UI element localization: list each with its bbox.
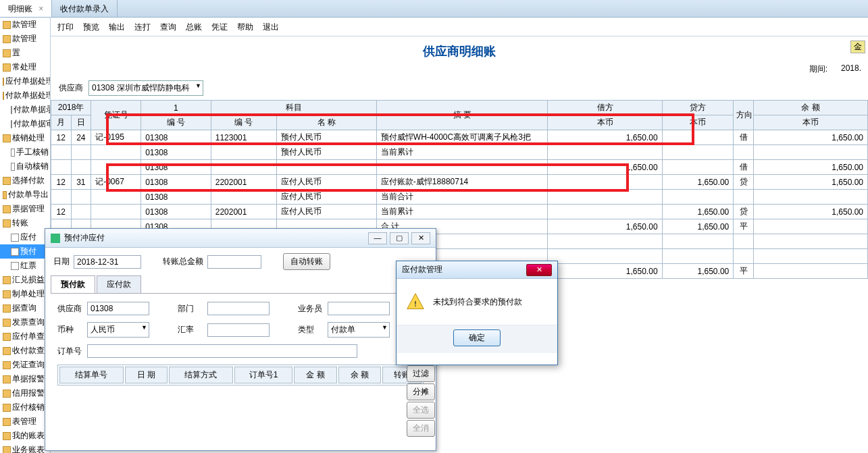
tree-item[interactable]: 凭证查询 bbox=[0, 358, 50, 372]
menu-exit[interactable]: 退出 bbox=[263, 22, 279, 32]
rate-input[interactable] bbox=[207, 323, 270, 337]
tree-item[interactable]: 收付款查 bbox=[0, 344, 50, 358]
chevron-down-icon: ▼ bbox=[382, 324, 388, 331]
menu-preview[interactable]: 预览 bbox=[83, 22, 99, 32]
menu-export[interactable]: 输出 bbox=[109, 22, 125, 32]
tab-detail-ledger[interactable]: 明细账 × bbox=[0, 0, 52, 17]
menu-query[interactable]: 查询 bbox=[160, 22, 176, 32]
close-button[interactable]: ✕ bbox=[526, 264, 552, 276]
supplier-select[interactable]: 01308 深圳市威悍防静电科 ▼ bbox=[88, 80, 203, 96]
currency-select[interactable]: 人民币▼ bbox=[87, 322, 149, 338]
msgbox-text: 未找到符合要求的预付款 bbox=[433, 296, 522, 308]
tree-item-label: 单据报警 bbox=[12, 373, 45, 385]
menu-help[interactable]: 帮助 bbox=[237, 22, 253, 32]
tree-item[interactable]: 付款单导出 bbox=[0, 188, 50, 202]
select-all-button[interactable]: 全选 bbox=[407, 402, 435, 419]
tree-item-label: 信用报警 bbox=[12, 388, 45, 399]
folder-icon bbox=[3, 35, 11, 43]
tree-item-label: 凭证查询 bbox=[12, 359, 45, 371]
tree-item[interactable]: 转账 bbox=[0, 216, 50, 230]
maximize-button[interactable]: ▢ bbox=[390, 232, 409, 244]
tree-item[interactable]: 红票 bbox=[0, 259, 50, 273]
folder-icon bbox=[3, 404, 11, 412]
tab-prepayment[interactable]: 预付款 bbox=[51, 275, 95, 293]
minimize-button[interactable]: — bbox=[368, 232, 387, 244]
folder-icon bbox=[3, 92, 4, 100]
menu-print[interactable]: 打印 bbox=[57, 22, 74, 32]
tree-item[interactable]: 自动核销 bbox=[0, 159, 50, 174]
tree-item[interactable]: 付款单据处理 bbox=[0, 88, 50, 103]
tree-item[interactable]: 汇兑损益 bbox=[0, 273, 50, 287]
tree-item[interactable]: 预付 bbox=[0, 244, 50, 259]
file-icon bbox=[11, 234, 19, 242]
currency-label: 币种 bbox=[57, 324, 83, 336]
table-row[interactable]: 01308应付人民币当前合计 bbox=[51, 190, 868, 205]
tree-item[interactable]: 应付 bbox=[0, 230, 50, 244]
tree-item[interactable]: 款管理 bbox=[0, 32, 50, 46]
close-icon[interactable]: × bbox=[39, 4, 43, 14]
total-input[interactable] bbox=[207, 255, 261, 269]
auto-transfer-button[interactable]: 自动转账 bbox=[283, 253, 330, 270]
menu-voucher[interactable]: 凭证 bbox=[211, 22, 228, 32]
order-input[interactable] bbox=[87, 344, 357, 358]
tree-item[interactable]: 常处理 bbox=[0, 60, 50, 74]
tree-item[interactable]: 付款单据录入 bbox=[0, 103, 50, 117]
tab-receipt-entry[interactable]: 收付款单录入 bbox=[52, 0, 118, 17]
filter-button[interactable]: 过滤 bbox=[407, 365, 435, 382]
tree-item[interactable]: 信用报警 bbox=[0, 386, 50, 400]
nav-tree[interactable]: 款管理款管理置常处理应付单据处理付款单据处理付款单据录入付款单据审核核销处理手工… bbox=[0, 18, 51, 453]
tab-label: 收付款单录入 bbox=[60, 4, 109, 14]
tree-item-label: 业务账表 bbox=[12, 444, 45, 453]
table-row[interactable]: 1231记-0067013082202001应付人民币应付账款-威悍188807… bbox=[51, 175, 868, 190]
tree-item[interactable]: 票据管理 bbox=[0, 202, 50, 216]
folder-icon bbox=[3, 432, 11, 440]
tree-item[interactable]: 我的账表 bbox=[0, 429, 50, 443]
table-row[interactable]: 013081,650.00借1,650.00 bbox=[51, 160, 868, 175]
folder-icon bbox=[3, 219, 11, 228]
tree-item[interactable]: 置 bbox=[0, 46, 50, 60]
tree-item[interactable]: 业务账表 bbox=[0, 443, 50, 453]
tree-item[interactable]: 付款单据审核 bbox=[0, 117, 50, 131]
tree-item[interactable]: 应付单查 bbox=[0, 329, 50, 344]
folder-icon bbox=[3, 319, 11, 327]
th-balance: 余 额 bbox=[753, 101, 867, 115]
date-label: 日期 bbox=[53, 256, 70, 267]
table-row[interactable]: 1224记-0195013081123001预付人民币预付威悍WH-4000C高… bbox=[51, 130, 868, 145]
allocate-button[interactable]: 分摊 bbox=[407, 383, 435, 400]
type-select[interactable]: 付款单▼ bbox=[328, 322, 390, 338]
menu-general-ledger[interactable]: 总账 bbox=[186, 22, 202, 32]
tree-item[interactable]: 应付单据处理 bbox=[0, 74, 50, 88]
type-label: 类型 bbox=[298, 324, 324, 336]
gh-date: 日 期 bbox=[125, 367, 168, 383]
tree-item-label: 核销处理 bbox=[12, 132, 45, 144]
th-local: 本币 bbox=[548, 115, 662, 130]
tree-item[interactable]: 据查询 bbox=[0, 301, 50, 315]
dept-input[interactable] bbox=[207, 302, 270, 315]
tree-item[interactable]: 发票查询 bbox=[0, 315, 50, 329]
th-direction: 方向 bbox=[734, 101, 754, 130]
tree-item[interactable]: 款管理 bbox=[0, 18, 50, 32]
ok-button[interactable]: 确定 bbox=[453, 329, 501, 346]
menu-batch-print[interactable]: 连打 bbox=[134, 22, 151, 32]
close-button[interactable]: ✕ bbox=[411, 232, 430, 244]
tab-payable[interactable]: 应付款 bbox=[97, 275, 141, 293]
dlg-supplier-input[interactable] bbox=[87, 302, 149, 315]
tree-item[interactable]: 应付核销 bbox=[0, 400, 50, 415]
tree-item[interactable]: 手工核销 bbox=[0, 145, 50, 159]
dlg-sub-grid: 结算单号 日 期 结算方式 订单号1 金 额 余 额 转账 bbox=[57, 365, 424, 385]
file-icon bbox=[11, 248, 19, 256]
tree-item[interactable]: 单据报警 bbox=[0, 372, 50, 386]
tree-item[interactable]: 选择付款 bbox=[0, 174, 50, 188]
table-row[interactable]: 12013082202001应付人民币当前累计1,650.00贷1,650.00 bbox=[51, 205, 868, 219]
deselect-all-button[interactable]: 全消 bbox=[407, 420, 435, 437]
table-row[interactable]: 01308预付人民币当前累计 bbox=[51, 145, 868, 160]
tree-item-label: 款管理 bbox=[12, 19, 36, 30]
tree-item-label: 制单处理 bbox=[12, 288, 45, 300]
folder-icon bbox=[3, 361, 11, 369]
tree-item[interactable]: 制单处理 bbox=[0, 287, 50, 301]
supplier-label: 供应商 bbox=[59, 82, 83, 94]
tree-item[interactable]: 核销处理 bbox=[0, 131, 50, 145]
date-input[interactable] bbox=[74, 255, 141, 269]
clerk-input[interactable] bbox=[328, 302, 390, 315]
tree-item[interactable]: 表管理 bbox=[0, 415, 50, 429]
